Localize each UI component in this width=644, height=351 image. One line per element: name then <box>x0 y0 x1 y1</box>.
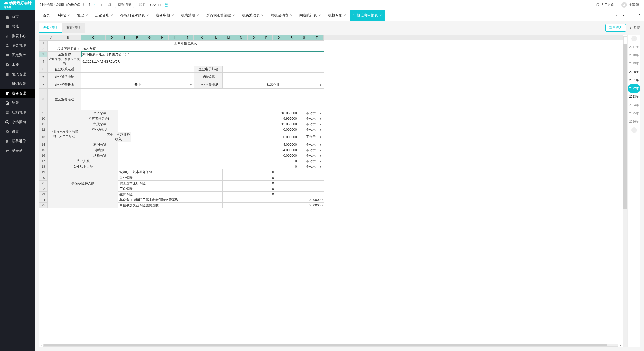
calendar-icon[interactable] <box>164 3 168 7</box>
col-head-C[interactable]: C <box>81 35 106 40</box>
row-head[interactable]: 17 <box>39 158 48 164</box>
publish-select[interactable]: 不公示▼ <box>298 116 324 121</box>
row-head[interactable]: 19 <box>39 169 48 175</box>
fin-value[interactable]: -4.000000 <box>118 147 298 153</box>
holding-value[interactable]: 私营企业▼ <box>223 81 324 89</box>
address-value[interactable] <box>81 73 194 81</box>
sidebar-item-guide[interactable]: 新手引导 <box>0 136 35 146</box>
company-name-value[interactable]: 刘小艳演示账套（勿删勿动！）1 <box>81 52 324 57</box>
close-icon[interactable]: ✕ <box>290 14 292 17</box>
publish-select[interactable]: 不公示▼ <box>298 158 324 164</box>
tab-发票[interactable]: 发票✕ <box>73 10 92 21</box>
refresh-button[interactable]: 刷新 <box>629 26 640 30</box>
settings-button[interactable] <box>107 2 112 7</box>
row-head[interactable]: 25 <box>39 203 48 208</box>
tab-进销台账[interactable]: 进销台账✕ <box>92 10 117 21</box>
close-icon[interactable]: ✕ <box>344 14 346 17</box>
col-head-Q[interactable]: Q <box>273 35 285 40</box>
row-head[interactable]: 23 <box>39 192 48 197</box>
ins-value[interactable]: 0 <box>223 169 324 175</box>
ins-value[interactable]: 0 <box>223 192 324 197</box>
col-head-G[interactable]: G <box>143 35 156 40</box>
col-head-J[interactable]: J <box>181 35 194 40</box>
publish-select[interactable]: 不公示▼ <box>298 127 324 132</box>
row-head[interactable]: 22 <box>39 186 48 192</box>
fin-value[interactable]: 0.000000 <box>118 153 298 158</box>
fin-value[interactable]: 18.050000 <box>118 110 298 116</box>
sub-tab-basic[interactable]: 基础信息 <box>39 23 62 33</box>
row-head[interactable]: 16 <box>39 153 48 158</box>
row-head[interactable]: 11 <box>39 121 48 127</box>
sidebar-item-archive[interactable]: 归档管理 <box>0 108 35 117</box>
year-2023年[interactable]: 2023年 <box>628 93 640 101</box>
vscroll-thumb[interactable] <box>623 41 627 209</box>
fin-value[interactable]: -4.000000 <box>118 142 298 147</box>
tab-3申报[interactable]: 3申报✕ <box>53 10 73 21</box>
op-status-value[interactable]: 开业▼ <box>81 81 194 89</box>
close-icon[interactable]: ✕ <box>232 14 235 17</box>
sidebar-item-fund[interactable]: 资金管理 <box>0 41 35 50</box>
row-head[interactable]: 4 <box>39 57 48 66</box>
contrib-value[interactable]: 0.000000 <box>223 203 324 208</box>
close-icon[interactable]: ✕ <box>67 14 70 17</box>
account-selector[interactable]: 刘小艳演示账套（勿删勿动！）1 <box>39 3 96 7</box>
close-icon[interactable]: ✕ <box>318 14 321 17</box>
tab-税表清册[interactable]: 税表清册✕ <box>178 10 203 21</box>
sidebar-item-report[interactable]: 报表中心 <box>0 31 35 41</box>
tab-所得税汇算清缴[interactable]: 所得税汇算清缴✕ <box>203 10 238 21</box>
close-icon[interactable]: ✕ <box>172 14 174 17</box>
row-head[interactable]: 8 <box>39 89 48 110</box>
row-head[interactable]: 10 <box>39 116 48 121</box>
row-head[interactable]: 9 <box>39 110 48 116</box>
col-head-I[interactable]: I <box>169 35 181 40</box>
row-head[interactable]: 7 <box>39 81 48 89</box>
row-head[interactable]: 2 <box>39 46 48 52</box>
ins-value[interactable]: 0 <box>223 186 324 192</box>
corner-cell[interactable] <box>39 35 47 40</box>
col-head-R[interactable]: R <box>285 35 298 40</box>
publish-select[interactable]: 不公示▼ <box>298 142 324 147</box>
sidebar-item-invoice[interactable]: 发票管理 <box>0 69 35 79</box>
tab-存货别名对照表[interactable]: 存货别名对照表✕ <box>117 10 152 21</box>
row-head[interactable]: 3 <box>39 52 48 57</box>
female-employees-value[interactable]: 0 <box>118 164 298 169</box>
hscroll-right[interactable] <box>618 343 623 347</box>
col-head-A[interactable]: A <box>47 35 55 40</box>
reg-code-value[interactable]: 91320811MA7NGR2W6R <box>81 57 324 66</box>
tabs-close-all[interactable] <box>628 12 634 19</box>
year-2022年[interactable]: 2022年 <box>628 84 640 93</box>
sidebar-item-tax[interactable]: 税务管理 <box>0 89 35 98</box>
sub-tab-other[interactable]: 其他信息 <box>62 23 85 33</box>
col-head-N[interactable]: N <box>235 35 248 40</box>
col-head-O[interactable]: O <box>248 35 260 40</box>
sidebar-item-member[interactable]: 畅会员 <box>0 146 35 156</box>
tab-首页[interactable]: 首页 <box>39 10 53 21</box>
sidebar-item-home[interactable]: 首页 <box>0 12 35 22</box>
sidebar-item-settings[interactable]: 设置 <box>0 127 35 136</box>
sidebar-item-psi[interactable]: 进销台账 <box>0 79 35 89</box>
publish-select[interactable]: 不公示▼ <box>298 132 324 142</box>
hscroll-thumb[interactable] <box>44 344 607 346</box>
year-2021年[interactable]: 2021年 <box>628 76 640 84</box>
ins-value[interactable]: 0 <box>223 175 324 181</box>
tabs-fullscreen[interactable] <box>635 12 642 19</box>
sidebar-item-asset[interactable]: 固定资产 <box>0 50 35 60</box>
reset-button[interactable]: 重置报表 <box>605 24 626 32</box>
postcode-value[interactable] <box>223 73 324 81</box>
tab-纳税统计表[interactable]: 纳税统计表✕ <box>296 10 325 21</box>
close-icon[interactable]: ✕ <box>379 14 382 17</box>
year-panel-collapse[interactable] <box>623 36 627 44</box>
col-head-M[interactable]: M <box>222 35 235 40</box>
contrib-value[interactable]: 0.000000 <box>223 197 324 203</box>
email-value[interactable] <box>223 66 324 73</box>
row-head[interactable]: 21 <box>39 181 48 186</box>
publish-select[interactable]: 不公示▼ <box>298 110 324 116</box>
col-head-H[interactable]: H <box>156 35 169 40</box>
row-head[interactable]: 1 <box>39 41 48 46</box>
switch-old-button[interactable]: 切到旧版 <box>115 2 134 8</box>
close-icon[interactable]: ✕ <box>86 14 88 17</box>
main-biz-value[interactable] <box>81 89 324 110</box>
col-head-S[interactable]: S <box>298 35 310 40</box>
hscroll-track[interactable] <box>43 344 618 347</box>
col-head-L[interactable]: L <box>210 35 222 40</box>
